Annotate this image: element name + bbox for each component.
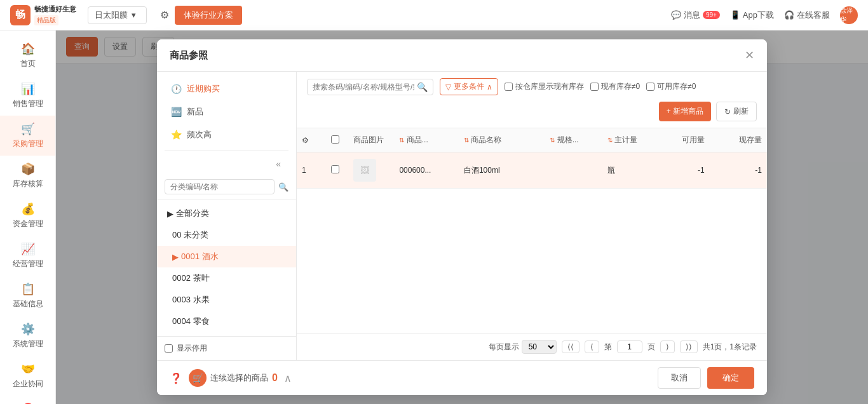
logo-area: 畅 畅捷通好生意 精品版 [10,4,80,25]
col-header-code[interactable]: ⇅ 商品... [394,128,459,152]
category-search-input[interactable] [165,179,275,194]
col-header-stock: 现存量 [710,128,767,152]
right-toolbar: 🔍 ▽ 更多条件 ∧ 按仓库显示现有库存 [297,72,767,128]
settings-icon[interactable]: ⚙ [154,5,175,25]
first-page-button[interactable]: ⟨⟨ [562,340,580,353]
table-row[interactable]: 1 🖼 000600... 白酒100ml 瓶 [297,152,767,189]
right-panel: 🔍 ▽ 更多条件 ∧ 按仓库显示现有库存 [297,72,767,360]
home-icon: 🏠 [21,42,35,56]
page-size-select[interactable]: 10 20 50 100 [522,340,557,354]
cancel-button[interactable]: 取消 [658,367,701,389]
select-all-checkbox[interactable] [331,135,339,144]
tab-recent-purchase[interactable]: 🕐 近期购买 [165,78,288,100]
category-item-tea[interactable]: 0002 茶叶 [157,267,296,289]
left-collapse-button[interactable]: « [268,156,288,172]
page-number-input[interactable] [617,340,642,353]
user-menu[interactable]: 徐泽华 [840,6,858,24]
message-icon: 💬 [671,10,681,20]
available-stock-nonzero-checkbox[interactable] [646,83,654,91]
modal-close-button[interactable]: ✕ [745,48,754,62]
col-header-unit[interactable]: ⇅ 主计量 [602,128,653,152]
row-available: -1 [652,152,709,189]
col-header-settings[interactable]: ⚙ [297,128,323,152]
sidebar-item-system[interactable]: ⚙️ 系统管理 [0,316,55,356]
basic-info-icon: 📋 [21,282,35,296]
customer-service-button[interactable]: 🎧 在线客服 [784,10,830,21]
messages-button[interactable]: 💬 消息 99+ [671,10,720,21]
refresh-button[interactable]: ↻ 刷新 [716,102,757,121]
row-spec [545,152,602,189]
new-icon: 🆕 [171,107,182,117]
sidebar-item-operations[interactable]: 📈 经营管理 [0,236,55,276]
phone-icon: 📱 [730,10,740,20]
sidebar-item-home[interactable]: 🏠 首页 [0,36,55,76]
prev-page-button[interactable]: ⟨ [585,340,599,353]
top-nav: 畅 畅捷通好生意 精品版 日太阳膜 ▾ ⚙ 体验行业方案 💬 消息 99+ 📱 … [0,0,868,30]
chevron-down-icon: ▾ [132,10,136,20]
show-disabled-checkbox[interactable] [165,344,173,353]
modal-footer: ❓ 🛒 连续选择的商品 0 ∧ 取消 确定 [157,360,767,395]
stock-by-warehouse-checkbox-label[interactable]: 按仓库显示现有库存 [505,81,584,92]
confirm-button[interactable]: 确定 [707,367,754,389]
category-search-icon[interactable]: 🔍 [278,182,288,192]
tab-high-frequency[interactable]: ⭐ 频次高 [165,124,288,145]
enterprise-icon: 🤝 [21,362,35,376]
modal-title: 商品参照 [170,50,208,62]
active-arrow-icon: ▶ [172,252,179,262]
sort-icon-unit: ⇅ [607,137,613,144]
col-header-spec[interactable]: ⇅ 规格... [545,128,602,152]
sidebar-item-basic-info[interactable]: 📋 基础信息 [0,276,55,316]
product-search-icon[interactable]: 🔍 [417,82,428,92]
category-item-all[interactable]: ▶ 全部分类 [157,203,296,224]
modal-header: 商品参照 ✕ [157,39,767,72]
col-header-available: 可用量 [652,128,709,152]
add-product-button[interactable]: + 新增商品 [659,102,711,121]
sort-icon-spec: ⇅ [550,137,555,144]
logo-sub: 精品版 [34,15,58,25]
expand-icon: ▶ [167,209,173,219]
sidebar-item-guide[interactable]: 🎯 新手引导 [0,396,55,404]
stock-by-warehouse-checkbox[interactable] [505,83,513,91]
sales-icon: 📊 [21,82,35,96]
recent-icon: 🕐 [171,84,182,94]
available-stock-nonzero-checkbox-label[interactable]: 可用库存≠0 [646,81,696,92]
sidebar-item-inventory[interactable]: 📦 库存核算 [0,156,55,196]
col-header-image: 商品图片 [348,128,394,152]
footer-collapse-button[interactable]: ∧ [284,372,292,384]
current-stock-nonzero-checkbox[interactable] [590,83,599,91]
purchase-icon: 🛒 [21,122,35,136]
more-filters-button[interactable]: ▽ 更多条件 ∧ [440,78,498,95]
category-item-fruit[interactable]: 0003 水果 [157,289,296,311]
help-icon[interactable]: ❓ [170,372,182,384]
left-panel: 🕐 近期购买 🆕 新品 ⭐ 频次高 [157,72,297,360]
sidebar-item-sales[interactable]: 📊 销售管理 [0,76,55,116]
category-item-snacks[interactable]: 0004 零食 [157,311,296,332]
sidebar: 🏠 首页 📊 销售管理 🛒 采购管理 📦 库存核算 💰 资金管理 📈 经营管理 … [0,30,56,404]
sidebar-item-enterprise[interactable]: 🤝 企业协同 [0,356,55,396]
col-header-checkbox[interactable] [323,128,349,152]
current-stock-nonzero-checkbox-label[interactable]: 现有库存≠0 [590,81,640,92]
category-item-liquor[interactable]: ▶ 0001 酒水 [157,246,296,267]
tab-new-products[interactable]: 🆕 新品 [165,101,288,123]
row-code: 000600... [394,152,459,189]
experience-button[interactable]: 体验行业方案 [175,6,242,25]
row-num: 1 [297,152,323,189]
page-info: 共1页，1条记录 [703,342,757,353]
cart-area[interactable]: 🛒 连续选择的商品 0 [189,369,278,387]
next-page-button[interactable]: ⟩ [660,340,675,353]
sort-icon-name: ⇅ [464,137,469,144]
row-checkbox[interactable] [323,152,349,189]
product-search-box: 🔍 [307,79,433,95]
category-item-unclassified[interactable]: 00 未分类 [157,224,296,246]
sidebar-item-purchase[interactable]: 🛒 采购管理 [0,116,55,156]
last-page-button[interactable]: ⟩⟩ [680,340,698,353]
nav-right: 💬 消息 99+ 📱 App下载 🎧 在线客服 徐泽华 [671,6,858,24]
row-select-checkbox[interactable] [331,165,339,173]
col-header-name[interactable]: ⇅ 商品名称 [459,128,545,152]
product-search-input[interactable] [313,83,414,91]
app-download-button[interactable]: 📱 App下载 [730,10,774,21]
page-size-selector: 每页显示 10 20 50 100 [489,340,557,354]
sidebar-item-finance[interactable]: 💰 资金管理 [0,196,55,236]
company-selector[interactable]: 日太阳膜 ▾ [88,6,147,24]
content-area: 查询 设置 刷新 商品参照 ✕ 🕐 [56,30,868,404]
